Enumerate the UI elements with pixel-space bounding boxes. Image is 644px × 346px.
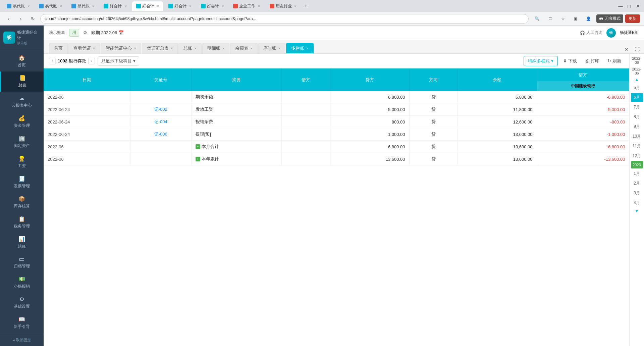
url-bar[interactable]: cloud2.chanjet.com/accounting/uh26t264j5… — [40, 14, 529, 23]
shield-icon[interactable]: 🛡 — [545, 15, 556, 22]
sidebar-item-funds[interactable]: 💰 资金管理 — [0, 112, 44, 132]
tab-voucher-summary[interactable]: 凭证汇总表 × — [142, 43, 178, 53]
tab-view-voucher-close[interactable]: × — [93, 46, 95, 50]
sidebar-item-home[interactable]: 🏠 首页 — [0, 51, 44, 71]
cell-voucher[interactable]: 记-004 — [130, 116, 191, 128]
voucher-link[interactable]: 记-004 — [154, 119, 167, 124]
tab-sequence-ledger[interactable]: 序时账 × — [258, 43, 285, 53]
tab-voucher-summary-close[interactable]: × — [171, 46, 173, 50]
back-button[interactable]: ‹ — [4, 14, 13, 23]
update-button[interactable]: 更新 — [625, 14, 640, 23]
calendar-month-apr[interactable]: 4月 — [631, 198, 643, 207]
calendar-icon[interactable]: 📅 — [118, 30, 124, 35]
sidebar-item-assets[interactable]: 🏢 固定资产 — [0, 132, 44, 152]
cell-summary: 发放工资 — [191, 103, 282, 116]
tab-home[interactable]: 首页 — [49, 43, 68, 53]
browser-tab-5[interactable]: 好会计 × — [132, 1, 163, 11]
special-column-button[interactable]: 特殊多栏账 ▾ — [524, 56, 558, 66]
tab-detail-ledger[interactable]: 明细账 × — [202, 43, 229, 53]
minimize-button[interactable]: — — [617, 3, 624, 9]
sidebar-toggle[interactable]: ▣ — [570, 15, 581, 22]
tab-close-9[interactable]: × — [294, 4, 297, 8]
prev-account-button[interactable]: ‹ — [49, 58, 56, 64]
sidebar-item-salary[interactable]: 👷 工资 — [0, 152, 44, 172]
profile-button[interactable]: 👤 — [583, 15, 594, 22]
tab-balance-close[interactable]: × — [250, 46, 252, 50]
calendar-month-jul[interactable]: 7月 — [631, 103, 643, 112]
tab-close-5[interactable]: × — [157, 4, 159, 8]
browser-tab-4[interactable]: 好会计 × — [100, 1, 130, 11]
close-button[interactable]: ✕ — [635, 3, 641, 9]
calendar-month-aug[interactable]: 8月 — [631, 112, 643, 121]
sidebar-item-settings[interactable]: ⚙ 基础设置 — [0, 293, 44, 313]
maximize-button[interactable]: ◻ — [626, 3, 633, 9]
sidebar-item-ledger[interactable]: 📒 总账 — [0, 71, 44, 92]
sidebar-item-archive[interactable]: 🗃 归档管理 — [0, 253, 44, 273]
calendar-month-may[interactable]: 5月 — [631, 83, 643, 92]
cell-voucher[interactable]: 记-006 — [130, 128, 191, 141]
sidebar-item-tax[interactable]: 📋 税务管理 — [0, 212, 44, 233]
star-icon[interactable]: ☆ — [558, 15, 568, 22]
incognito-button[interactable]: 🕶 无痕模式 — [596, 14, 623, 23]
service-button[interactable]: 🎧 人工咨询 — [580, 30, 602, 36]
sidebar-item-guide[interactable]: 📖 新手引导 — [0, 313, 44, 333]
tab-balance[interactable]: 余额表 × — [230, 43, 257, 53]
download-button[interactable]: ⬇ 下载 — [560, 56, 580, 66]
calendar-month-nov[interactable]: 11月 — [631, 142, 643, 151]
sidebar-item-close[interactable]: 📊 结账 — [0, 233, 44, 253]
tab-close-all[interactable]: ✕ — [623, 45, 631, 53]
sidebar-item-inventory[interactable]: 📦 库存核算 — [0, 192, 44, 212]
calendar-month-jun[interactable]: 6月 — [631, 93, 643, 102]
calendar-scroll-down[interactable]: ▼ — [631, 208, 643, 214]
tab-smart-voucher-close[interactable]: × — [134, 46, 136, 50]
tab-multi-column[interactable]: 多栏账 × — [286, 43, 313, 53]
print-button[interactable]: 🖨 打印 — [582, 56, 602, 66]
sidebar-item-reports[interactable]: ☁ 云报表中心 — [0, 92, 44, 112]
refresh-button[interactable]: ↻ 刷新 — [605, 56, 624, 66]
tab-close-3[interactable]: × — [92, 4, 94, 8]
cell-voucher[interactable]: 记-002 — [130, 103, 191, 116]
tab-close-6[interactable]: × — [189, 4, 191, 8]
forward-button[interactable]: › — [16, 14, 25, 23]
user-avatar[interactable]: 畅 — [606, 28, 616, 38]
sidebar-unpin[interactable]: ◂ 取消固定 — [0, 334, 44, 346]
tab-close-4[interactable]: × — [124, 4, 126, 8]
tab-expand[interactable]: ⛶ — [633, 45, 641, 53]
sidebar-item-expense[interactable]: 💵 小畅报销 — [0, 273, 44, 293]
tab-general-ledger-close[interactable]: × — [194, 46, 196, 50]
filter-select[interactable]: 只显示下级科目 ▾ — [98, 56, 139, 66]
new-tab-button[interactable]: + — [302, 2, 310, 10]
browser-tab-2[interactable]: 易代账 × — [35, 1, 66, 11]
calendar-month-feb[interactable]: 2月 — [631, 179, 643, 188]
tab-smart-voucher[interactable]: 智能凭证中心 × — [101, 43, 141, 53]
browser-tab-7[interactable]: 好会计 × — [197, 1, 228, 11]
tab-close-2[interactable]: × — [60, 4, 62, 8]
tab-multi-column-close[interactable]: × — [306, 46, 308, 50]
browser-tab-8[interactable]: 企业工作 × — [229, 1, 264, 11]
settings-icon[interactable]: ⚙ — [83, 30, 87, 35]
tab-close-7[interactable]: × — [222, 4, 224, 8]
tab-close-8[interactable]: × — [258, 4, 260, 8]
browser-tab-1[interactable]: 易代账 × — [3, 1, 34, 11]
search-icon[interactable]: 🔍 — [531, 15, 543, 22]
tab-close-1[interactable]: × — [28, 4, 30, 8]
tab-view-voucher[interactable]: 查看凭证 × — [68, 43, 100, 53]
calendar-month-oct[interactable]: 10月 — [631, 132, 643, 141]
browser-tab-9[interactable]: 用友好业 × — [266, 1, 301, 11]
tab-sequence-ledger-close[interactable]: × — [278, 46, 280, 50]
voucher-link[interactable]: 记-002 — [154, 107, 167, 112]
calendar-month-mar[interactable]: 3月 — [631, 189, 643, 198]
next-account-button[interactable]: › — [88, 58, 95, 64]
calendar-scroll-up[interactable]: ▲ — [631, 77, 643, 83]
calendar-month-dec[interactable]: 12月 — [631, 151, 643, 160]
calendar-month-jan[interactable]: 1月 — [631, 169, 643, 178]
browser-tab-3[interactable]: 易代账 × — [67, 1, 98, 11]
calendar-month-sep[interactable]: 9月 — [631, 122, 643, 131]
sidebar-item-invoice[interactable]: 🧾 发票管理 — [0, 172, 44, 192]
reload-button[interactable]: ↻ — [28, 14, 38, 23]
browser-tab-6[interactable]: 好会计 × — [164, 1, 195, 11]
voucher-link[interactable]: 记-006 — [154, 132, 167, 137]
cell-summary: 提现[预] — [191, 128, 282, 141]
tab-general-ledger[interactable]: 总账 × — [178, 43, 201, 53]
tab-detail-ledger-close[interactable]: × — [222, 46, 224, 50]
